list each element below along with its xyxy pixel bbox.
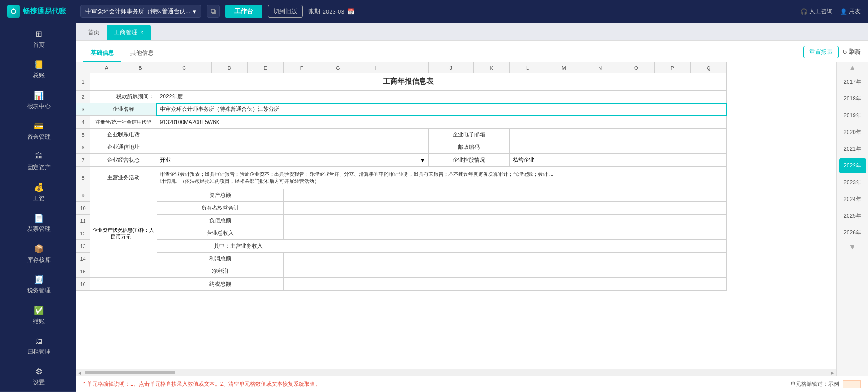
value-net-profit[interactable] bbox=[283, 265, 726, 278]
year-item-2026[interactable]: 2026年 bbox=[839, 225, 866, 240]
reset-report-button[interactable]: 重置报表 bbox=[803, 46, 839, 58]
row-num-8: 8 bbox=[76, 167, 90, 189]
value-main-revenue[interactable] bbox=[320, 240, 726, 253]
workbench-button[interactable]: 工作台 bbox=[225, 5, 262, 18]
reports-icon: 📊 bbox=[34, 91, 44, 100]
tab-home[interactable]: 首页 bbox=[80, 25, 107, 40]
col-header-j: J bbox=[428, 62, 473, 73]
value-address[interactable] bbox=[157, 141, 428, 154]
value-revenue[interactable] bbox=[283, 227, 726, 240]
payroll-icon: 💰 bbox=[34, 182, 44, 192]
logo: 畅捷通易代账 bbox=[7, 5, 75, 18]
sidebar-item-closing[interactable]: ✅ 结账 bbox=[0, 299, 76, 330]
sidebar-item-inventory[interactable]: 📦 库存核算 bbox=[0, 238, 76, 268]
cell-16-ab bbox=[90, 278, 157, 291]
value-holding[interactable]: 私营企业 bbox=[509, 154, 726, 167]
period-label: 账期 bbox=[308, 7, 320, 15]
row-num-13: 13 bbox=[76, 240, 90, 253]
sidebar-item-home[interactable]: ⊞ 首页 bbox=[0, 23, 76, 53]
col-header-n: N bbox=[582, 62, 618, 73]
year-item-2024[interactable]: 2024年 bbox=[839, 192, 866, 207]
dropdown-icon: ▼ bbox=[420, 157, 425, 163]
value-liabilities[interactable] bbox=[283, 215, 726, 227]
ledger-icon: 📒 bbox=[34, 60, 44, 70]
year-down-button[interactable]: ▼ bbox=[847, 241, 858, 253]
year-item-2017[interactable]: 2017年 bbox=[839, 75, 866, 90]
sidebar-label-assets: 固定资产 bbox=[27, 163, 51, 172]
col-header-o: O bbox=[618, 62, 654, 73]
sub-tab-other[interactable]: 其他信息 bbox=[123, 45, 161, 62]
scroll-right-icon[interactable]: ▶ bbox=[829, 370, 836, 375]
value-assets-total[interactable] bbox=[283, 189, 726, 202]
table-row: 4 注册号/统一社会信用代码 91320100MA208E5W6K bbox=[76, 116, 727, 129]
col-header-p: P bbox=[654, 62, 690, 73]
value-phone[interactable] bbox=[157, 129, 428, 141]
sidebar-item-tax[interactable]: 🧾 税务管理 bbox=[0, 268, 76, 299]
logo-icon bbox=[7, 5, 20, 18]
scroll-track[interactable] bbox=[83, 371, 829, 374]
value-main-biz[interactable]: 审查企业会计报表；出具审计报告；验证企业资本；出具验资报告；办理企业合并、分立、… bbox=[157, 167, 726, 189]
value-biz-status[interactable]: 开业 ▼ bbox=[157, 154, 428, 167]
year-item-2020[interactable]: 2020年 bbox=[839, 125, 866, 140]
value-period[interactable]: 2022年度 bbox=[157, 91, 726, 103]
scroll-left-icon[interactable]: ◀ bbox=[76, 370, 83, 375]
spreadsheet[interactable]: A B C D E F G H I J bbox=[76, 62, 836, 369]
row-num-14: 14 bbox=[76, 253, 90, 265]
row-num-15: 15 bbox=[76, 265, 90, 278]
scroll-thumb[interactable] bbox=[85, 371, 175, 374]
label-revenue: 营业总收入 bbox=[157, 227, 283, 240]
sidebar-label-settings: 设置 bbox=[33, 378, 45, 387]
user-button[interactable]: 👤 用友 bbox=[840, 7, 861, 15]
sample-color-box bbox=[843, 380, 861, 388]
label-main-biz: 主营业务活动 bbox=[90, 167, 157, 189]
sidebar-item-payroll[interactable]: 💰 工资 bbox=[0, 176, 76, 207]
window-expand-button[interactable]: ⛶ bbox=[856, 45, 863, 53]
copy-button[interactable]: ⧉ bbox=[207, 5, 220, 18]
period-value: 2023-03 bbox=[323, 8, 344, 15]
label-address: 企业通信地址 bbox=[90, 141, 157, 154]
table-row: 13 其中：主营业务收入 bbox=[76, 240, 727, 253]
value-company[interactable]: 中审众环会计师事务所（特殊普通合伙）江苏分所 bbox=[157, 103, 726, 116]
value-tax-total[interactable] bbox=[283, 278, 726, 291]
row-num-1: 1 bbox=[76, 73, 90, 91]
value-email[interactable] bbox=[509, 129, 726, 141]
value-postcode[interactable] bbox=[509, 141, 726, 154]
company-selector[interactable]: 中审众环会计师事务所（特殊普通合伙... ▾ bbox=[80, 5, 201, 18]
tab-business[interactable]: 工商管理 × bbox=[107, 25, 151, 40]
year-panel: ▲ 2017年 2018年 2019年 2020年 2021年 2022年 20… bbox=[836, 62, 868, 376]
tab-close-icon[interactable]: × bbox=[140, 29, 143, 36]
sidebar-item-archive[interactable]: 🗂 归档管理 bbox=[0, 330, 76, 360]
sidebar-item-finance[interactable]: 💳 资金管理 bbox=[0, 115, 76, 146]
year-item-2021[interactable]: 2021年 bbox=[839, 142, 866, 157]
year-item-2023[interactable]: 2023年 bbox=[839, 175, 866, 190]
inner-content: × ⛶ 基础信息 其他信息 重置报表 ↻ 刷新 bbox=[76, 41, 868, 392]
row-num-6: 6 bbox=[76, 141, 90, 154]
sidebar-item-assets[interactable]: 🏛 固定资产 bbox=[0, 146, 76, 176]
calendar-icon[interactable]: 📅 bbox=[347, 8, 354, 15]
year-up-button[interactable]: ▲ bbox=[847, 62, 858, 74]
consult-button[interactable]: 🎧 人工咨询 bbox=[800, 7, 833, 15]
window-close-button[interactable]: × bbox=[849, 45, 853, 53]
row-num-4: 4 bbox=[76, 116, 90, 129]
col-header-row: A B C D E F G H I J bbox=[76, 62, 727, 73]
year-item-2018[interactable]: 2018年 bbox=[839, 91, 866, 106]
sub-tab-basic[interactable]: 基础信息 bbox=[83, 45, 121, 62]
value-equity[interactable] bbox=[283, 202, 726, 215]
switch-version-button[interactable]: 切到旧版 bbox=[268, 5, 303, 18]
year-item-2022[interactable]: 2022年 bbox=[839, 158, 866, 173]
title-cell[interactable]: 工商年报信息表 bbox=[90, 73, 727, 91]
sidebar-item-reports[interactable]: 📊 报表中心 bbox=[0, 84, 76, 115]
label-phone: 企业联系电话 bbox=[90, 129, 157, 141]
horizontal-scrollbar[interactable]: ◀ ▶ bbox=[76, 369, 836, 376]
value-profit-total[interactable] bbox=[283, 253, 726, 265]
table-row: 2 税款所属期间： 2022年度 bbox=[76, 91, 727, 103]
sidebar-label-invoice: 发票管理 bbox=[27, 225, 51, 233]
sidebar-item-ledger[interactable]: 📒 总账 bbox=[0, 53, 76, 84]
sidebar-item-settings[interactable]: ⚙ 设置 bbox=[0, 360, 76, 391]
year-item-2019[interactable]: 2019年 bbox=[839, 108, 866, 123]
year-item-2025[interactable]: 2025年 bbox=[839, 209, 866, 224]
label-equity: 所有者权益合计 bbox=[157, 202, 283, 215]
sidebar-item-invoice[interactable]: 📄 发票管理 bbox=[0, 207, 76, 238]
value-reg-code[interactable]: 91320100MA208E5W6K bbox=[157, 116, 726, 129]
label-net-profit: 净利润 bbox=[157, 265, 283, 278]
